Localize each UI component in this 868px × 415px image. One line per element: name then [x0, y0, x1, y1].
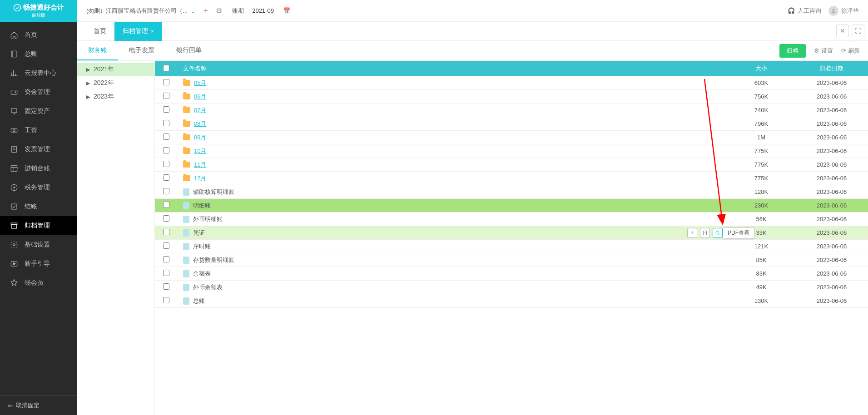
nav-item-home[interactable]: 首页 — [0, 25, 77, 44]
nav-item-funds[interactable]: 资金管理 — [0, 83, 77, 102]
nav-item-archive[interactable]: 归档管理 — [0, 216, 77, 235]
file-name-link[interactable]: 05月 — [194, 79, 206, 87]
row-checkbox[interactable] — [163, 147, 169, 153]
refresh-link[interactable]: ⟳刷新 — [841, 47, 860, 55]
nav-item-cloud-report[interactable]: 云报表中心 — [0, 64, 77, 83]
row-checkbox[interactable] — [163, 133, 169, 140]
select-all-checkbox[interactable] — [163, 65, 169, 71]
table-row[interactable]: 10月 775K 2023-06-06 — [155, 144, 868, 158]
archive-button[interactable]: 归档 — [779, 44, 806, 58]
file-icon — [183, 257, 189, 264]
row-checkbox[interactable] — [163, 93, 169, 99]
table-row[interactable]: 外币余额表 49K 2023-06-06 — [155, 281, 868, 294]
svg-marker-26 — [14, 263, 16, 265]
svg-point-27 — [833, 9, 835, 11]
close-tab-button[interactable]: ✕ — [836, 25, 849, 37]
row-checkbox[interactable] — [163, 256, 169, 262]
nav-item-close[interactable]: 结账 — [0, 197, 77, 216]
row-checkbox[interactable] — [163, 106, 169, 113]
sub-tab-2[interactable]: 银行回单 — [165, 40, 213, 60]
table-row[interactable]: 08月 796K 2023-06-06 — [155, 117, 868, 131]
row-checkbox[interactable] — [163, 242, 169, 249]
period-label: 账期 — [232, 7, 244, 15]
table-row[interactable]: 05月 603K 2023-06-06 — [155, 76, 868, 90]
row-checkbox[interactable] — [163, 283, 169, 290]
nav-item-fixed-assets[interactable]: 固定资产 — [0, 102, 77, 121]
file-name-link[interactable]: 08月 — [194, 120, 206, 128]
row-checkbox[interactable] — [163, 297, 169, 303]
table-row[interactable]: 06月 756K 2023-06-06 — [155, 90, 868, 104]
nav-item-settings[interactable]: 基础设置 — [0, 235, 77, 254]
table-row[interactable]: 总账 130K 2023-06-06 — [155, 294, 868, 308]
nav-item-invoice[interactable]: 发票管理 — [0, 140, 77, 159]
fullscreen-button[interactable]: ⛶ — [852, 25, 864, 37]
row-checkbox[interactable] — [163, 79, 169, 85]
user-menu[interactable]: 徐泽华 — [828, 6, 859, 16]
table-row[interactable]: 存货数量明细账 85K 2023-06-06 — [155, 253, 868, 267]
pdf-icon[interactable] — [700, 228, 710, 238]
download-icon[interactable] — [687, 228, 697, 238]
table-row[interactable]: 明细账 230K 2023-06-06 — [155, 199, 868, 212]
file-name-link[interactable]: 09月 — [194, 133, 206, 142]
calendar-icon[interactable]: 📅 — [283, 7, 290, 14]
table-row[interactable]: 外币明细账 56K 2023-06-06 — [155, 212, 868, 226]
table-row[interactable]: 余额表 83K 2023-06-06 — [155, 267, 868, 281]
support-link[interactable]: 🎧 人工咨询 — [788, 7, 821, 15]
row-checkbox[interactable] — [163, 229, 169, 235]
archive-date: 2023-06-06 — [795, 175, 868, 182]
row-checkbox[interactable] — [163, 161, 169, 167]
nav-item-ledger[interactable]: 总账 — [0, 44, 77, 64]
svg-point-12 — [13, 130, 15, 132]
archive-date: 2023-06-06 — [795, 188, 868, 195]
svg-point-24 — [13, 244, 15, 246]
row-checkbox[interactable] — [163, 270, 169, 276]
table-row[interactable]: 11月 775K 2023-06-06 — [155, 158, 868, 172]
row-checkbox[interactable] — [163, 202, 169, 208]
table-row[interactable]: 12月 775K 2023-06-06 — [155, 172, 868, 185]
logo: 畅捷通好会计 旗舰版 — [0, 0, 77, 22]
settings-link[interactable]: ⚙设置 — [814, 47, 833, 55]
nav-item-member[interactable]: 畅会员 — [0, 273, 77, 292]
table-row[interactable]: 序时账 121K 2023-06-06 — [155, 240, 868, 253]
table-row[interactable]: 07月 740K 2023-06-06 — [155, 104, 868, 117]
table-row[interactable]: 辅助核算明细账 128K 2023-06-06 — [155, 185, 868, 199]
tree-year-2[interactable]: ▶2023年 — [77, 90, 154, 104]
tree-year-0[interactable]: ▶2021年 — [77, 63, 154, 76]
sidebar-unpin[interactable]: ⇤取消固定 — [0, 395, 77, 415]
table-row[interactable]: 凭证 PDF查看 33K 2023-06-06 — [155, 226, 868, 240]
file-table: 文件名称 大小 归档日期 05月 603K 2023-06-06 06月 756… — [154, 61, 868, 415]
gear-icon[interactable]: ⚙ — [216, 6, 222, 15]
file-size: 1M — [727, 134, 795, 141]
file-name-link[interactable]: 11月 — [194, 161, 206, 169]
file-name-link[interactable]: 06月 — [194, 93, 206, 101]
pdf-view-icon[interactable] — [713, 228, 723, 238]
folder-icon — [183, 121, 190, 127]
page-tab-1[interactable]: 归档管理× — [114, 22, 162, 41]
nav-item-tax[interactable]: 税务管理 — [0, 178, 77, 197]
company-selector[interactable]: (勿删）江西服宝精品有限责任公司（... ⌄ — [86, 7, 196, 15]
file-name-link[interactable]: 10月 — [194, 147, 206, 155]
nav-item-inventory[interactable]: 进销台账 — [0, 159, 77, 178]
sub-tab-0[interactable]: 财务账 — [77, 40, 118, 60]
row-checkbox[interactable] — [163, 188, 169, 194]
row-checkbox[interactable] — [163, 215, 169, 222]
play-icon — [10, 260, 18, 268]
caret-right-icon: ▶ — [86, 67, 90, 73]
row-checkbox[interactable] — [163, 174, 169, 181]
table-row[interactable]: 09月 1M 2023-06-06 — [155, 131, 868, 144]
nav-label: 税务管理 — [25, 183, 50, 192]
row-checkbox[interactable] — [163, 120, 169, 126]
nav-item-guide[interactable]: 新手引导 — [0, 254, 77, 273]
sub-tab-1[interactable]: 电子发票 — [118, 40, 165, 60]
file-name-link[interactable]: 12月 — [194, 174, 206, 183]
page-tab-0[interactable]: 首页 — [85, 22, 114, 41]
asset-icon — [10, 107, 18, 115]
nav-label: 总账 — [25, 50, 37, 58]
file-size: 230K — [727, 202, 795, 209]
add-icon[interactable]: ＋ — [202, 6, 209, 15]
close-icon[interactable]: × — [151, 28, 154, 35]
file-size: 49K — [727, 284, 795, 291]
nav-item-salary[interactable]: 工资 — [0, 121, 77, 140]
file-name-link[interactable]: 07月 — [194, 106, 206, 114]
tree-year-1[interactable]: ▶2022年 — [77, 76, 154, 90]
